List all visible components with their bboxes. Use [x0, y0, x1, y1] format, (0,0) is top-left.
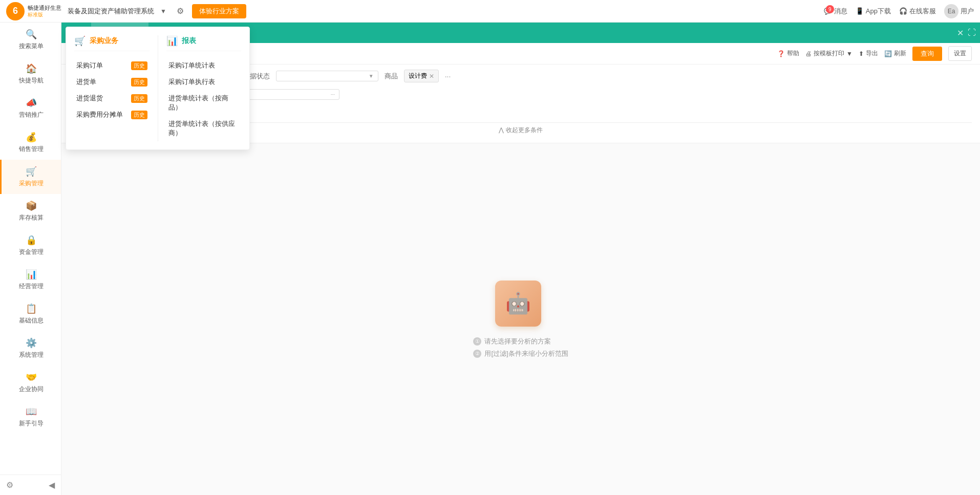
sidebar-item-cooperation[interactable]: 🤝 企业协同 — [0, 365, 61, 400]
sidebar-label-marketing: 营销推广 — [19, 111, 44, 119]
purchase-section-header: 🛒 采购业务 — [74, 35, 150, 51]
incoming-stats-supplier-label: 进货单统计表（按供应商） — [168, 119, 240, 138]
sidebar-label-cooperation: 企业协同 — [19, 385, 44, 394]
dropdown-item-incoming-stats-goods[interactable]: 进货单统计表（按商品） — [166, 90, 242, 116]
header-bar: 6 畅捷通好生意 标准版 装备及固定资产辅助管理系统 ▼ ⚙ 体验行业方案 💬 … — [0, 0, 980, 23]
sidebar-item-search[interactable]: 🔍 搜索菜单 — [0, 23, 61, 57]
purchase-icon: 🛒 — [26, 166, 37, 177]
incoming-label: 进货单 — [76, 77, 96, 87]
tab-bar-actions: ✕ ⛶ — [957, 28, 980, 38]
circle-num-1: ① — [473, 337, 481, 346]
print-label: 按模板打印 — [814, 49, 844, 58]
sidebar-item-sales[interactable]: 💰 销售管理 — [0, 125, 61, 160]
dropdown-item-purchase-order[interactable]: 采购订单 历史 — [74, 57, 150, 74]
collapse-icon: ⋀ — [499, 126, 504, 134]
sidebar-bottom: ⚙ ◀ — [0, 475, 61, 495]
dropdown-item-incoming-stats-supplier[interactable]: 进货单统计表（按供应商） — [166, 116, 242, 141]
export-btn[interactable]: ⬆ 导出 — [859, 49, 878, 58]
salesperson-select-wrapper[interactable]: ··· — [237, 89, 339, 100]
collapse-sidebar-btn[interactable]: ◀ — [49, 480, 55, 490]
message-badge-wrap: 💬 9 — [824, 7, 832, 15]
dropdown-divider — [158, 35, 158, 141]
help-btn[interactable]: ❓ 帮助 — [777, 49, 799, 58]
dropdown-item-purchase-order-exec[interactable]: 采购订单执行表 — [166, 74, 242, 90]
tab-close-all-btn[interactable]: ✕ — [957, 28, 964, 38]
dropdown-item-purchase-expense[interactable]: 采购费用分摊单 历史 — [74, 106, 150, 123]
status-select-wrapper[interactable]: ▼ — [276, 71, 378, 81]
sidebar-label-search: 搜索菜单 — [19, 42, 44, 51]
goods-tag-remove-btn[interactable]: ✕ — [429, 73, 434, 80]
goods-more-btn[interactable]: ··· — [445, 72, 451, 80]
purchase-dropdown-menu: 🛒 采购业务 采购订单 历史 进货单 历史 进货退货 历史 采购费用分摊单 历史… — [66, 27, 250, 150]
goods-label: 商品 — [385, 72, 398, 81]
message-count-badge: 9 — [826, 5, 834, 13]
logo: 6 畅捷通好生意 标准版 — [6, 2, 68, 20]
print-icon: 🖨 — [805, 50, 812, 57]
app-name: 装备及固定资产辅助管理系统 — [68, 7, 154, 16]
hint2-text: 用[过滤]条件来缩小分析范围 — [484, 349, 568, 358]
dropdown-item-incoming-return[interactable]: 进货退货 历史 — [74, 90, 150, 106]
sidebar-label-sales: 销售管理 — [19, 145, 44, 154]
header-right: 💬 9 消息 📱 App下载 🎧 在线客服 Ea 用户 — [824, 4, 974, 18]
settings-bottom-btn[interactable]: ⚙ — [6, 480, 13, 490]
user-label: 用户 — [961, 7, 974, 16]
sidebar-item-system[interactable]: ⚙️ 系统管理 — [0, 331, 61, 365]
sidebar-item-basic-info[interactable]: 📋 基础信息 — [0, 297, 61, 331]
dropdown-item-purchase-order-stats[interactable]: 采购订单统计表 — [166, 57, 242, 74]
empty-state: ① 请先选择要分析的方案 ② 用[过滤]条件来缩小分析范围 — [473, 281, 568, 358]
sidebar-item-operation[interactable]: 📊 经营管理 — [0, 263, 61, 297]
help-label: 帮助 — [787, 49, 799, 58]
purchase-section-icon: 🛒 — [74, 35, 86, 47]
online-service-btn[interactable]: 🎧 在线客服 — [899, 7, 936, 16]
query-btn[interactable]: 查询 — [912, 47, 942, 61]
avatar-text: Ea — [948, 8, 955, 15]
headset-icon: 🎧 — [899, 7, 907, 15]
report-section: 📊 报表 采购订单统计表 采购订单执行表 进货单统计表（按商品） 进货单统计表（… — [166, 35, 242, 141]
industry-btn[interactable]: 体验行业方案 — [192, 4, 246, 18]
sidebar-item-purchase[interactable]: 🛒 采购管理 — [0, 160, 61, 194]
operation-icon: 📊 — [26, 269, 37, 280]
salesperson-dropdown-icon: ··· — [331, 92, 335, 97]
sidebar-item-inventory[interactable]: 📦 库存核算 — [0, 194, 61, 228]
main-content: ① 请先选择要分析的方案 ② 用[过滤]条件来缩小分析范围 — [61, 143, 980, 495]
goods-tag-value: 设计费 — [409, 72, 427, 80]
refresh-btn[interactable]: 🔄 刷新 — [884, 49, 906, 58]
app-dropdown-btn[interactable]: ▼ — [158, 6, 168, 16]
search-icon: 🔍 — [26, 29, 37, 40]
cooperation-icon: 🤝 — [26, 372, 37, 383]
collapse-label: 收起更多条件 — [506, 126, 543, 134]
sidebar-item-guide[interactable]: 📖 新手引导 — [0, 400, 61, 434]
phone-icon: 📱 — [856, 7, 864, 15]
inventory-icon: 📦 — [26, 200, 37, 211]
settings-btn[interactable]: 设置 — [948, 46, 972, 61]
online-service-label: 在线客服 — [909, 7, 936, 16]
refresh-icon: 🔄 — [884, 50, 892, 57]
print-btn[interactable]: 🖨 按模板打印 ▼ — [805, 49, 853, 58]
report-section-header: 📊 报表 — [166, 35, 242, 51]
sidebar-label-operation: 经营管理 — [19, 282, 44, 291]
empty-hint-1: ① 请先选择要分析的方案 — [473, 337, 568, 346]
header-middle: 装备及固定资产辅助管理系统 ▼ ⚙ 体验行业方案 — [68, 4, 824, 19]
basic-info-icon: 📋 — [26, 303, 37, 314]
hint1-text: 请先选择要分析的方案 — [484, 337, 551, 346]
sidebar-item-marketing[interactable]: 📣 营销推广 — [0, 91, 61, 125]
sidebar: 🔍 搜索菜单 🏠 快捷导航 📣 营销推广 💰 销售管理 🛒 采购管理 📦 库存核… — [0, 23, 61, 495]
sidebar-item-quick-nav[interactable]: 🏠 快捷导航 — [0, 57, 61, 91]
finance-icon: 🔒 — [26, 234, 37, 246]
purchase-order-exec-label: 采购订单执行表 — [168, 77, 215, 87]
purchase-expense-history: 历史 — [131, 111, 147, 119]
user-btn[interactable]: Ea 用户 — [944, 4, 974, 18]
sidebar-item-finance[interactable]: 🔒 资金管理 — [0, 228, 61, 263]
sales-icon: 💰 — [26, 132, 37, 143]
marketing-icon: 📣 — [26, 97, 37, 109]
logo-text: 畅捷通好生意 标准版 — [28, 4, 61, 18]
sidebar-label-inventory: 库存核算 — [19, 213, 44, 222]
settings-icon[interactable]: ⚙ — [173, 4, 188, 19]
app-download-label: App下载 — [866, 7, 891, 16]
tab-expand-btn[interactable]: ⛶ — [968, 28, 976, 37]
empty-illustration — [495, 281, 546, 332]
messages-btn[interactable]: 💬 9 消息 — [824, 7, 847, 16]
app-download-btn[interactable]: 📱 App下载 — [856, 7, 891, 16]
dropdown-item-incoming[interactable]: 进货单 历史 — [74, 74, 150, 90]
purchase-order-label: 采购订单 — [76, 61, 103, 70]
